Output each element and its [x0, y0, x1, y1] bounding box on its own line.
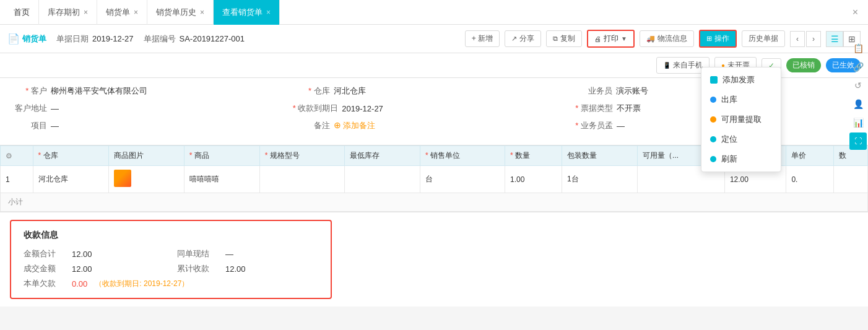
col-warehouse: 仓库	[33, 146, 108, 166]
col-sales-unit: 销售单位	[420, 146, 505, 166]
operation-dropdown: 添加发票 出库 可用量提取 定位 刷新	[701, 67, 781, 172]
list-view-button[interactable]: ☰	[826, 31, 843, 47]
locate-icon	[710, 136, 716, 142]
next-record-button[interactable]: ›	[806, 31, 821, 47]
address-field: 客户地址 —	[10, 103, 293, 114]
col-image: 商品图片	[108, 146, 184, 166]
transaction-amount-row: 成交金额 12.00	[24, 263, 165, 274]
accumulated-value: 12.00	[225, 264, 246, 274]
menu-item-outbound[interactable]: 出库	[701, 90, 781, 110]
warehouse-field: 仓库 河北仓库	[293, 85, 576, 97]
available-pick-icon	[710, 116, 716, 123]
payment-rows: 金额合计 12.00 同单现结 — 成交金额 12.00 累计收款 12.00 …	[24, 248, 318, 289]
col-spec: 规格型号	[259, 146, 344, 166]
project-value: —	[51, 121, 59, 131]
total-amount-row: 金额合计 12.00	[24, 248, 165, 259]
project-label: 项目	[10, 120, 47, 131]
current-due-label: 本单欠款	[24, 278, 67, 289]
window-close-button[interactable]: ×	[848, 7, 863, 18]
col-quantity: 数量	[505, 146, 562, 166]
due-date-hint: （收款到期日: 2019-12-27）	[95, 279, 189, 289]
note-label: 备注	[293, 120, 330, 131]
sidebar-user-icon[interactable]: 👤	[849, 95, 867, 113]
doc-type: 📄 销货单	[7, 33, 46, 45]
cell-package-qty: 1台	[562, 166, 638, 193]
accumulated-row: 累计收款 12.00	[177, 263, 318, 274]
accumulated-label: 累计收款	[177, 263, 220, 274]
add-note-button[interactable]: ⊕ 添加备注	[334, 120, 376, 131]
sold-status-badge: 已核销	[786, 58, 821, 72]
tab-close-history[interactable]: ×	[200, 8, 204, 17]
sidebar-chart-icon[interactable]: 📊	[849, 114, 867, 131]
customer-label: 客户	[10, 85, 47, 97]
cell-image	[108, 166, 184, 193]
col-min-stock: 最低库存	[344, 146, 420, 166]
current-due-row: 本单欠款 0.00 （收款到期日: 2019-12-27）	[24, 278, 318, 289]
transaction-amount-label: 成交金额	[24, 263, 67, 274]
outbound-icon	[710, 97, 716, 103]
right-sidebar: 📋 🔗 ↺ 👤 📊 ⛶	[848, 37, 868, 152]
tab-close-view[interactable]: ×	[266, 8, 271, 17]
cell-extra	[834, 166, 868, 193]
ticket-type-value: 不开票	[617, 103, 641, 114]
prev-record-button[interactable]: ‹	[790, 31, 805, 47]
tab-bar: 首页 库存期初 × 销货单 × 销货单历史 × 查看销货单 × ×	[0, 0, 868, 25]
cell-seq: 1	[1, 166, 33, 193]
menu-item-locate[interactable]: 定位	[701, 129, 781, 149]
same-order-label: 同单现结	[177, 248, 220, 259]
header-actions: + 新增 ↗ 分享 ⧉ 复制 🖨 打印 ▼ 🚚 物流信息 ⊞ 操作	[465, 30, 861, 48]
cell-min-stock	[344, 166, 420, 193]
note-field: 备注 ⊕ 添加备注	[293, 120, 576, 131]
add-invoice-checkbox	[710, 76, 718, 84]
logistics-button[interactable]: 🚚 物流信息	[640, 30, 694, 47]
tab-view-sales[interactable]: 查看销货单 ×	[214, 0, 280, 25]
menu-item-available-pick[interactable]: 可用量提取	[701, 110, 781, 129]
tab-sales-history[interactable]: 销货单历史 ×	[147, 0, 214, 25]
print-button[interactable]: 🖨 打印 ▼	[587, 30, 635, 48]
tab-home[interactable]: 首页	[5, 0, 39, 25]
salesperson-value: 演示账号	[616, 85, 648, 97]
copy-button[interactable]: ⧉ 复制	[546, 30, 582, 47]
project-field: 项目 —	[10, 120, 293, 131]
same-order-value: —	[225, 250, 233, 259]
payment-info: 收款信息 金额合计 12.00 同单现结 — 成交金额 12.00 累计收款 1…	[10, 220, 332, 299]
sidebar-link-icon[interactable]: 🔗	[849, 58, 867, 76]
due-date-value: 2019-12-27	[342, 104, 383, 113]
tab-inventory-init[interactable]: 库存期初 ×	[39, 0, 97, 25]
ticket-type-label: 票据类型	[575, 103, 613, 114]
operation-button[interactable]: ⊞ 操作	[699, 30, 737, 48]
warehouse-label: 仓库	[293, 85, 330, 97]
col-unit-price: 单价	[786, 146, 834, 166]
cell-unit-price: 0.	[786, 166, 834, 193]
add-button[interactable]: + 新增	[465, 30, 500, 47]
same-order-row: 同单现结 —	[177, 248, 318, 259]
sidebar-refresh-icon[interactable]: ↺	[849, 77, 867, 94]
cell-warehouse: 河北仓库	[33, 166, 108, 193]
address-value: —	[51, 104, 59, 113]
subtotal-label: 小计	[1, 193, 868, 212]
menu-item-add-invoice[interactable]: 添加发票	[701, 70, 781, 90]
transaction-amount-value: 12.00	[72, 264, 92, 274]
tab-close-inventory[interactable]: ×	[84, 8, 88, 17]
sidebar-clipboard-icon[interactable]: 📋	[849, 40, 867, 57]
history-button[interactable]: 历史单据	[742, 30, 785, 47]
col-settings[interactable]: ⚙	[1, 146, 33, 166]
col-package-qty: 包装数量	[562, 146, 638, 166]
tab-sales-order[interactable]: 销货单 ×	[97, 0, 147, 25]
share-button[interactable]: ↗ 分享	[505, 30, 541, 47]
total-amount-label: 金额合计	[24, 248, 67, 259]
customer-field: 客户 柳州粤港平安气体有限公司	[10, 85, 293, 97]
salesperson2-label: 业务员孟	[575, 120, 613, 131]
menu-item-refresh[interactable]: 刷新	[701, 149, 781, 169]
payment-title: 收款信息	[24, 230, 318, 241]
col-product: 商品	[184, 146, 259, 166]
cell-sales-unit: 台	[420, 166, 505, 193]
subtotal-row: 小计	[1, 193, 868, 212]
refresh-icon	[710, 156, 716, 162]
cell-product: 嘻嘻嘻嘻	[184, 166, 259, 193]
tab-close-sales[interactable]: ×	[134, 8, 138, 17]
due-date-field: 收款到期日 2019-12-27	[293, 103, 576, 114]
salesperson2-value: —	[617, 121, 625, 131]
sidebar-expand-icon[interactable]: ⛶	[849, 132, 867, 150]
cell-quantity: 1.00	[505, 166, 562, 193]
